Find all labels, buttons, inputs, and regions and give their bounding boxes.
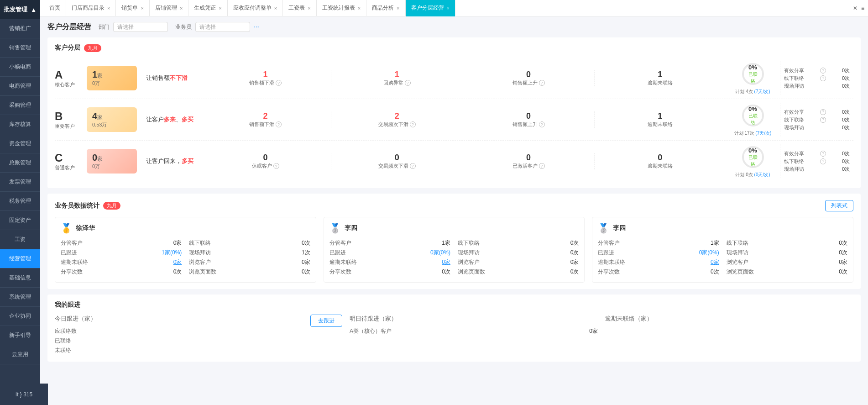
sidebar-item-营销推广[interactable]: 营销推广: [0, 19, 40, 38]
stat-item: 1销售额下滑?: [200, 70, 331, 86]
tab-bar: 首页门店商品目录×销货单×店铺管理×生成凭证×应收应付调整单×工资表×工资统计报…: [40, 0, 868, 16]
stat-item: 1回购异常?: [331, 70, 463, 86]
rep-stat-row: 逾期未联络0家: [329, 258, 450, 267]
follow-today-row-3: 未联络: [55, 346, 303, 355]
sidebar-item-基础信息[interactable]: 基础信息: [0, 268, 40, 288]
rep-stat-row: 线下联络0次: [458, 238, 579, 248]
tab-工资统计报表[interactable]: 工资统计报表×: [317, 0, 366, 16]
sidebar-item-电商管理[interactable]: 电商管理: [0, 77, 40, 96]
sidebar-item-资金管理[interactable]: 资金管理: [0, 134, 40, 153]
rep-name-2: 李四: [613, 224, 626, 232]
sidebar-item-采购管理[interactable]: 采购管理: [0, 96, 40, 115]
customer-section-header: 客户分层 九月: [55, 44, 853, 52]
sidebar-item-新手引导[interactable]: 新手引导: [0, 326, 40, 345]
tier-label-C: C普通客户: [55, 152, 87, 171]
main-area: 首页门店商品目录×销货单×店铺管理×生成凭证×应收应付调整单×工资表×工资统计报…: [40, 0, 868, 405]
status-text: It } 315: [16, 391, 32, 398]
tier-row-C: C普通客户0家0万让客户回来，多买0休眠客户?0交易频次下滑?0已激活客户?0逾…: [55, 141, 853, 182]
more-filter-btn[interactable]: ···: [254, 23, 260, 31]
follow-overdue-title: 逾期未联络（家）: [605, 315, 853, 323]
tab-商品分析[interactable]: 商品分析×: [366, 0, 405, 16]
rep-stat-row: 分享次数0次: [598, 267, 719, 277]
sidebar-item-固定资产[interactable]: 固定资产: [0, 211, 40, 230]
tab-close-工资表[interactable]: ×: [308, 5, 310, 11]
tier-count-C: 0家0万: [87, 149, 137, 174]
tier-right-stats-A: 有效分享?0次线下联络?0次现场拜访0次: [780, 67, 853, 90]
sidebar-item-工资[interactable]: 工资: [0, 230, 40, 249]
tab-close-生成凭证[interactable]: ×: [219, 5, 221, 11]
sidebar-collapse-icon[interactable]: ▲: [31, 6, 37, 13]
sidebar-item-税务管理[interactable]: 税务管理: [0, 192, 40, 211]
stat-item: 0休眠客户?: [200, 153, 331, 169]
sidebar-item-经营管理[interactable]: 经营管理: [0, 249, 40, 268]
rep-stat-row: 现场拜访0次: [727, 248, 847, 258]
tab-close-工资统计报表[interactable]: ×: [358, 5, 361, 11]
tab-客户分层经营[interactable]: 客户分层经营×: [406, 0, 455, 16]
sidebar-item-小畅电商[interactable]: 小畅电商: [0, 58, 40, 77]
tomorrow-row-key: A类（核心）客户: [350, 327, 392, 335]
tab-close-门店商品目录[interactable]: ×: [107, 5, 110, 11]
rep-stat-row: 分享次数0次: [329, 267, 450, 277]
dept-select[interactable]: 请选择: [113, 22, 168, 32]
rep-stat-row: 分享次数0次: [61, 267, 182, 277]
list-view-btn[interactable]: 列表式: [825, 200, 853, 211]
tab-门店商品目录[interactable]: 门店商品目录×: [66, 0, 116, 16]
rep-stat-row: 浏览客户0家: [189, 258, 310, 267]
tab-actions[interactable]: ✕ ≡: [853, 5, 864, 11]
tab-close-店铺管理[interactable]: ×: [180, 5, 183, 11]
sidebar-item-发票管理[interactable]: 发票管理: [0, 173, 40, 192]
tier-label-A: A核心客户: [55, 68, 87, 88]
follow-grid: 今日跟进（家） 应联络数 已联络 未联络 去: [55, 315, 853, 355]
tab-close-商品分析[interactable]: ×: [397, 5, 399, 11]
customer-section-title: 客户分层: [55, 44, 80, 52]
right-stat-row: 线下联络?0次: [784, 74, 850, 82]
tier-count-B: 4家0.53万: [87, 107, 137, 132]
tier-right-stats-C: 有效分享?0次线下联络?0次现场拜访0次: [780, 150, 853, 173]
follow-section: 我的跟进 今日跟进（家） 应联络数 已联络 未联络: [47, 295, 861, 362]
tab-店铺管理[interactable]: 店铺管理×: [150, 0, 188, 16]
sidebar-item-总账管理[interactable]: 总账管理: [0, 153, 40, 173]
rep-name-0: 徐泽华: [76, 224, 95, 232]
staff-select[interactable]: 请选择: [195, 22, 250, 32]
stat-item: 0销售额上升?: [463, 70, 595, 86]
sidebar-top[interactable]: 批发管理 ▲: [0, 0, 40, 19]
tab-应收应付调整单[interactable]: 应收应付调整单×: [228, 0, 283, 16]
sidebar-item-企业协同[interactable]: 企业协同: [0, 307, 40, 326]
tier-stats-A: 1销售额下滑?1回购异常?0销售额上升?1逾期未联络: [200, 70, 726, 86]
tier-circle-A: 0% 已联络 计划 4次 (7天/次): [726, 61, 780, 95]
status-bar: It } 315: [0, 384, 48, 405]
tab-menu-icon[interactable]: ≡: [861, 5, 864, 11]
stat-item: 0销售额上升?: [463, 111, 595, 128]
tab-close-应收应付调整单[interactable]: ×: [274, 5, 277, 11]
right-stat-row: 线下联络?0次: [784, 116, 850, 124]
sidebar-item-库存核算[interactable]: 库存核算: [0, 115, 40, 134]
rep-stat-row: 已跟进0家(0%): [598, 248, 719, 258]
right-stat-row: 现场拜访0次: [784, 82, 850, 90]
stat-item: 0交易频次下滑?: [331, 153, 463, 169]
stat-item: 1逾期未联络: [595, 70, 726, 86]
rep-card-1: 🥈李四分管客户1家已跟进0家(0%)逾期未联络0家分享次数0次线下联络0次现场拜…: [324, 217, 585, 283]
rep-grid: 🥇徐泽华分管客户0家已跟进1家(0%)逾期未联络0家分享次数0次线下联络0次现场…: [55, 217, 853, 283]
sidebar-item-销售管理[interactable]: 销售管理: [0, 38, 40, 58]
tab-工资表[interactable]: 工资表×: [283, 0, 316, 16]
close-all-icon[interactable]: ✕: [853, 5, 858, 11]
tier-row-A: A核心客户1家0万让销售额不下滑1销售额下滑?1回购异常?0销售额上升?1逾期未…: [55, 58, 853, 99]
tab-close-客户分层经营[interactable]: ×: [447, 5, 450, 11]
right-stat-row: 有效分享?0次: [784, 108, 850, 116]
follow-tomorrow-row-1: A类（核心）客户 0家: [350, 326, 598, 336]
rep-name-1: 李四: [345, 224, 357, 232]
tier-right-stats-B: 有效分享?0次线下联络?0次现场拜访0次: [780, 108, 853, 131]
customer-section: 客户分层 九月 A核心客户1家0万让销售额不下滑1销售额下滑?1回购异常?0销售…: [47, 37, 861, 188]
right-stat-row: 现场拜访0次: [784, 124, 850, 131]
tab-生成凭证[interactable]: 生成凭证×: [188, 0, 227, 16]
customer-month-badge: 九月: [84, 44, 101, 52]
tier-row-B: B重要客户4家0.53万让客户多来、多买2销售额下滑?2交易频次下滑?0销售额上…: [55, 99, 853, 141]
tab-首页[interactable]: 首页: [44, 0, 66, 16]
go-follow-btn[interactable]: 去跟进: [310, 315, 342, 327]
tier-stats-C: 0休眠客户?0交易频次下滑?0已激活客户?0逾期未联络: [200, 153, 726, 169]
sidebar-item-云应用[interactable]: 云应用: [0, 345, 40, 364]
rep-header-0: 🥇徐泽华: [61, 223, 310, 234]
tab-close-销货单[interactable]: ×: [141, 5, 143, 11]
sidebar-item-系统管理[interactable]: 系统管理: [0, 288, 40, 307]
tab-销货单[interactable]: 销货单×: [116, 0, 149, 16]
